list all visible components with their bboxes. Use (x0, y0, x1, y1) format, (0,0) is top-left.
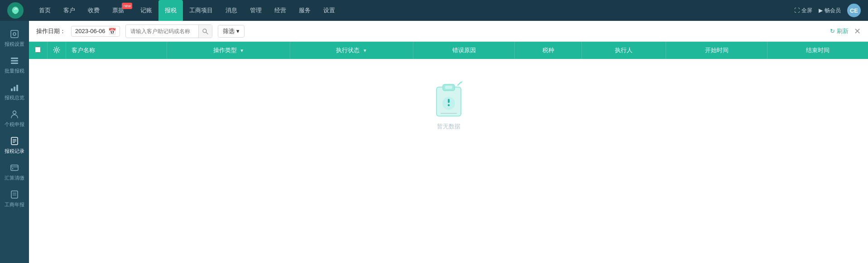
nav-operation[interactable]: 经营 (268, 0, 293, 21)
status-filter-icon[interactable]: ▼ (363, 48, 367, 53)
tax-settings-icon (10, 29, 19, 39)
th-executor: 执行人 (582, 42, 666, 59)
svg-rect-0 (11, 30, 18, 38)
new-badge: new (122, 3, 132, 9)
op-type-filter-icon[interactable]: ▼ (240, 48, 244, 53)
empty-row: 暂无数据 (29, 59, 868, 140)
sidebar-item-batch-tax[interactable]: 批量报税 (0, 51, 29, 78)
th-gear[interactable] (47, 42, 66, 59)
sidebar-item-tax-settings[interactable]: 报税设置 (0, 24, 29, 51)
th-checkbox[interactable] (29, 42, 47, 59)
search-button[interactable] (198, 24, 212, 38)
nav-client[interactable]: 客户 (57, 0, 82, 21)
svg-marker-29 (461, 81, 463, 84)
sidebar-item-annual-report[interactable]: 工商年报 (0, 185, 29, 212)
svg-point-8 (13, 111, 16, 114)
sidebar-item-tax-records[interactable]: 报税记录 (0, 132, 29, 158)
nav-right-area: ⛶ 全屏 ▶ 畅会员 CE (794, 4, 861, 17)
svg-line-28 (458, 82, 461, 85)
member-button[interactable]: ▶ 畅会员 (819, 7, 841, 15)
sidebar: 报税设置 批量报税 报税总览 (0, 21, 29, 263)
annual-report-icon (10, 190, 19, 200)
sidebar-item-tax-overview[interactable]: 报税总览 (0, 78, 29, 105)
tax-records-icon (10, 136, 19, 146)
personal-tax-icon (10, 109, 19, 119)
refresh-icon: ↻ (830, 28, 835, 34)
nav-message[interactable]: 消息 (219, 0, 244, 21)
empty-state: 暂无数据 (29, 59, 868, 140)
close-button[interactable]: ✕ (854, 27, 861, 35)
nav-business[interactable]: 工商项目 (183, 0, 219, 21)
sidebar-item-personal-tax[interactable]: 个税申报 (0, 105, 29, 132)
th-start-time: 开始时间 (666, 42, 767, 59)
th-status: 执行状态 ▼ (290, 42, 413, 59)
empty-illustration (428, 77, 469, 122)
data-table: 客户名称 操作类型 ▼ 执行状态 ▼ 错误原因 (29, 42, 868, 140)
svg-point-19 (203, 29, 206, 33)
table-body: 暂无数据 (29, 59, 868, 140)
date-value: 2023-06-06 (75, 28, 106, 34)
tax-overview-icon (10, 83, 19, 93)
fullscreen-icon: ⛶ (794, 7, 800, 14)
svg-rect-13 (11, 165, 18, 170)
nav-menu: 首页 客户 收费 票据 new 记账 报税 工商项目 消息 管理 经营 服务 设… (33, 0, 794, 21)
nav-fee[interactable]: 收费 (82, 0, 106, 21)
nav-settings[interactable]: 设置 (317, 0, 341, 21)
main-content: 操作日期： 2023-06-06 📅 筛选 ▾ ↻ (29, 21, 868, 263)
th-end-time: 结束时间 (767, 42, 868, 59)
svg-rect-24 (445, 86, 452, 89)
svg-rect-7 (16, 85, 18, 91)
th-error: 错误原因 (413, 42, 515, 59)
sidebar-item-settlement[interactable]: 汇算清缴 (0, 158, 29, 185)
svg-rect-4 (11, 63, 18, 64)
nav-home[interactable]: 首页 (33, 0, 57, 21)
top-navigation: 首页 客户 收费 票据 new 记账 报税 工商项目 消息 管理 经营 服务 设… (0, 0, 868, 21)
table-header-row: 客户名称 操作类型 ▼ 执行状态 ▼ 错误原因 (29, 42, 868, 59)
svg-rect-3 (11, 60, 18, 62)
date-label: 操作日期： (36, 27, 66, 35)
svg-point-21 (55, 49, 58, 51)
member-icon: ▶ (819, 7, 823, 14)
nav-invoice[interactable]: 票据 new (106, 0, 134, 21)
svg-point-15 (12, 168, 13, 169)
th-client: 客户名称 (66, 42, 167, 59)
search-input[interactable] (126, 28, 198, 34)
table-container: 客户名称 操作类型 ▼ 执行状态 ▼ 错误原因 (29, 42, 868, 263)
nav-manage[interactable]: 管理 (244, 0, 268, 21)
th-tax-type: 税种 (514, 42, 581, 59)
batch-tax-icon (10, 56, 19, 66)
select-all-checkbox[interactable] (35, 47, 41, 53)
fullscreen-button[interactable]: ⛶ 全屏 (794, 7, 812, 15)
refresh-button[interactable]: ↻ 刷新 (830, 27, 849, 35)
nav-service[interactable]: 服务 (293, 0, 317, 21)
svg-rect-6 (14, 87, 15, 91)
svg-rect-26 (448, 99, 450, 103)
nav-tax[interactable]: 报税 (158, 0, 183, 21)
svg-line-20 (206, 32, 208, 34)
svg-rect-5 (11, 88, 13, 91)
toolbar: 操作日期： 2023-06-06 📅 筛选 ▾ ↻ (29, 21, 868, 42)
svg-point-27 (447, 104, 449, 106)
empty-text: 暂无数据 (437, 122, 460, 131)
app-logo[interactable] (7, 2, 24, 19)
settlement-icon (10, 163, 19, 173)
svg-point-1 (13, 33, 16, 35)
search-box (125, 24, 212, 38)
user-avatar[interactable]: CE (847, 4, 861, 17)
filter-button[interactable]: 筛选 ▾ (218, 25, 245, 38)
calendar-icon: 📅 (108, 28, 116, 35)
svg-rect-2 (11, 58, 18, 59)
refresh-label: 刷新 (837, 27, 849, 35)
nav-accounting[interactable]: 记账 (134, 0, 158, 21)
svg-rect-16 (11, 191, 18, 198)
main-layout: 报税设置 批量报税 报税总览 (0, 21, 868, 263)
date-picker[interactable]: 2023-06-06 📅 (71, 26, 120, 37)
filter-label: 筛选 (223, 27, 235, 35)
th-op-type: 操作类型 ▼ (167, 42, 290, 59)
filter-chevron-icon: ▾ (236, 28, 240, 34)
